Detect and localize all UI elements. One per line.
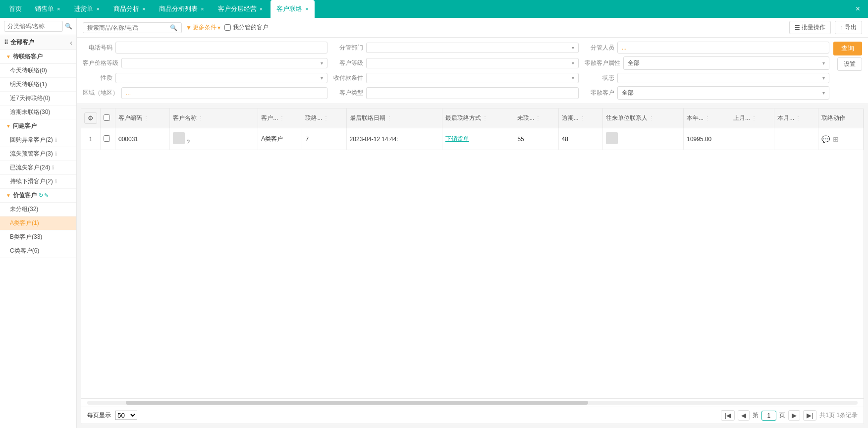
table-area: ⚙ 客户编码 ⋮ xyxy=(81,108,864,424)
row-action-buttons: 💬 ⊞ xyxy=(821,135,860,143)
table-wrapper[interactable]: ⚙ 客户编码 ⋮ xyxy=(81,108,864,398)
th-code[interactable]: 客户编码 ⋮ xyxy=(115,108,170,128)
sidebar-item-7days-contact[interactable]: 近7天待联络(0) xyxy=(0,92,76,106)
tab-product-analysis[interactable]: 商品分析 × xyxy=(108,0,151,18)
th-customer-type[interactable]: 客户... ⋮ xyxy=(258,108,302,128)
settings-button[interactable]: 设置 xyxy=(837,57,862,71)
sidebar-item-class-c[interactable]: C类客户(6) xyxy=(0,244,76,258)
payment-select[interactable]: ▾ xyxy=(366,73,578,83)
retail-attr-select[interactable]: 全部 ▾ xyxy=(623,56,829,70)
prev-page-button[interactable]: ◀ xyxy=(738,410,750,421)
close-all-button[interactable]: × xyxy=(852,4,864,13)
sidebar-item-overdue-contact[interactable]: 逾期未联络(30) xyxy=(0,106,76,119)
sidebar-search-icon[interactable]: 🔍 xyxy=(65,23,72,30)
current-page-number[interactable]: 1 xyxy=(761,411,776,421)
manager-multi[interactable]: ... xyxy=(617,42,829,54)
phone-label: 电话号码 xyxy=(83,44,112,52)
refresh-icon[interactable]: ↻ xyxy=(39,192,43,199)
more-filters-button[interactable]: ▼ 更多条件 ▾ xyxy=(186,23,220,32)
close-product-analysis-icon[interactable]: × xyxy=(142,0,145,18)
filter-row-3: 性质 ▾ 收付款条件 ▾ xyxy=(83,73,829,83)
sidebar-item-churn-warning[interactable]: 流失预警客户(3) ℹ xyxy=(0,147,76,161)
retail-customer-value: 全部 xyxy=(622,89,634,97)
tab-customer-stratification[interactable]: 客户分层经营 × xyxy=(212,0,269,18)
dept-select[interactable]: ▾ xyxy=(366,43,578,53)
th-name[interactable]: 客户名称 ⋮ xyxy=(169,108,258,128)
tab-customer-contact[interactable]: 客户联络 × xyxy=(271,0,314,18)
chat-action-icon[interactable]: 💬 xyxy=(821,135,830,143)
row-checkbox[interactable] xyxy=(104,135,110,142)
th-last-month[interactable]: 上月... ⋮ xyxy=(730,108,774,128)
sidebar-item-today-contact[interactable]: 今天待联络(0) xyxy=(0,64,76,78)
qr-action-icon[interactable]: ⊞ xyxy=(833,135,839,143)
my-customers-checkbox[interactable] xyxy=(224,24,231,31)
batch-op-button[interactable]: ☰ 批量操作 xyxy=(789,21,831,34)
th-overdue[interactable]: 逾期... ⋮ xyxy=(558,108,602,128)
tab-purchase-order[interactable]: 进货单 × xyxy=(68,0,105,18)
sidebar-item-churned[interactable]: 已流失客户(24) ℹ xyxy=(0,161,76,175)
tab-product-analysis-list[interactable]: 商品分析列表 × xyxy=(153,0,210,18)
retail-customer-select[interactable]: 全部 ▾ xyxy=(617,86,829,100)
last-page-button[interactable]: ▶| xyxy=(803,410,816,421)
sidebar-item-class-b[interactable]: B类客户(33) xyxy=(0,230,76,244)
info-icon-0: ℹ xyxy=(55,137,57,143)
query-button[interactable]: 查询 xyxy=(833,42,862,55)
column-settings-button[interactable]: ⚙ xyxy=(84,112,97,124)
close-contact-icon[interactable]: × xyxy=(305,0,308,18)
price-level-arrow-icon: ▾ xyxy=(321,60,323,66)
price-level-select[interactable]: ▾ xyxy=(121,58,327,68)
row-name: ? xyxy=(169,128,258,150)
sidebar-item-repurchase-abnormal[interactable]: 回购异常客户(2) ℹ xyxy=(0,133,76,147)
all-customers-header[interactable]: ⠿ 全部客户 ‹ xyxy=(0,35,76,50)
customer-level-select[interactable]: ▾ xyxy=(366,58,578,68)
region-multi[interactable]: ... xyxy=(121,87,327,99)
scrollbar-thumb[interactable] xyxy=(126,401,588,405)
close-sales-order-icon[interactable]: × xyxy=(57,0,60,18)
status-label: 状态 xyxy=(585,74,614,82)
close-purchase-order-icon[interactable]: × xyxy=(96,0,99,18)
customer-type-input[interactable] xyxy=(366,87,578,99)
first-page-button[interactable]: |◀ xyxy=(721,410,734,421)
export-button[interactable]: ↑ 导出 xyxy=(835,21,862,34)
tab-sales-order[interactable]: 销售单 × xyxy=(29,0,66,18)
th-last-method[interactable]: 最后联络方式 ⋮ xyxy=(442,108,514,128)
th-no-contact[interactable]: 未联... ⋮ xyxy=(514,108,558,128)
th-this-year[interactable]: 本年... ⋮ xyxy=(684,108,730,128)
value-customers-group[interactable]: ▼ 价值客户 ↻ ✎ xyxy=(0,189,76,203)
th-last-date-label: 最后联络日期 xyxy=(350,114,385,122)
th-no-contact-label: 未联... xyxy=(517,114,534,122)
th-this-month[interactable]: 本月... ⋮ xyxy=(774,108,818,128)
th-unit-contact[interactable]: 往来单位联系人 ⋮ xyxy=(602,108,683,128)
edit-icon[interactable]: ✎ xyxy=(44,192,49,199)
problem-customers-group[interactable]: ▼ 问题客户 xyxy=(0,119,76,133)
scrollbar-track[interactable] xyxy=(87,401,858,405)
nav-home[interactable]: 首页 xyxy=(4,4,27,13)
close-stratification-icon[interactable]: × xyxy=(260,0,263,18)
next-page-button[interactable]: ▶ xyxy=(788,410,800,421)
row-last-method[interactable]: 下销货单 xyxy=(442,128,514,150)
horizontal-scrollbar-area xyxy=(81,398,864,407)
filter-search-icon[interactable]: 🔍 xyxy=(170,24,177,31)
close-product-list-icon[interactable]: × xyxy=(201,0,204,18)
sidebar-item-tomorrow-contact[interactable]: 明天待联络(1) xyxy=(0,78,76,92)
my-customers-filter[interactable]: 我分管的客户 xyxy=(224,23,269,32)
status-select[interactable]: ▾ xyxy=(617,73,829,83)
row-checkbox-cell xyxy=(101,128,115,150)
th-overdue-label: 逾期... xyxy=(562,114,579,122)
th-last-date[interactable]: 最后联络日期 ⋮ xyxy=(346,108,442,128)
row-overdue: 48 xyxy=(558,128,602,150)
sidebar-item-class-a[interactable]: A类客户(1) xyxy=(0,216,76,230)
filter-search-input[interactable] xyxy=(87,24,170,31)
collapse-icon[interactable]: ‹ xyxy=(70,39,72,47)
sidebar-item-unclassified[interactable]: 未分组(32) xyxy=(0,203,76,216)
th-contact-count[interactable]: 联络... ⋮ xyxy=(302,108,346,128)
pending-contact-group[interactable]: ▼ 待联络客户 xyxy=(0,50,76,64)
sidebar-item-declining[interactable]: 持续下滑客户(2) ℹ xyxy=(0,175,76,189)
info-icon-3: ℹ xyxy=(55,178,57,185)
nature-select[interactable]: ▾ xyxy=(115,73,327,83)
phone-input[interactable] xyxy=(115,42,327,54)
select-all-checkbox[interactable] xyxy=(104,114,110,121)
per-page-select[interactable]: 50 100 200 xyxy=(115,411,137,420)
row-contact-count: 7 xyxy=(302,128,346,150)
sidebar-search-input[interactable] xyxy=(4,21,63,32)
